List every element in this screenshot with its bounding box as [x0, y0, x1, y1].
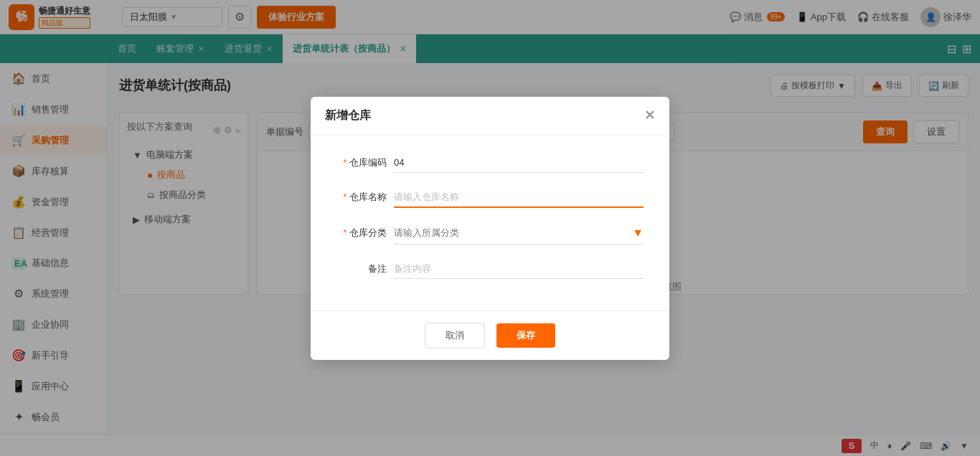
- name-label: 仓库名称: [336, 191, 394, 204]
- cancel-button[interactable]: 取消: [425, 323, 485, 348]
- modal-overlay: 新增仓库 ✕ 仓库编码 仓库名称 仓库分类 ▼: [0, 0, 980, 456]
- code-input[interactable]: [394, 153, 644, 173]
- remark-input[interactable]: [394, 259, 644, 279]
- code-label: 仓库编码: [336, 156, 394, 169]
- category-input[interactable]: [394, 227, 632, 238]
- dialog-header: 新增仓库 ✕: [311, 97, 669, 136]
- form-row-remark: 备注: [336, 259, 644, 279]
- dialog-close-button[interactable]: ✕: [644, 109, 655, 122]
- category-dropdown-icon: ▼: [632, 227, 644, 239]
- dialog-title: 新增仓库: [325, 108, 371, 123]
- dialog-footer: 取消 保存: [311, 310, 669, 360]
- form-row-code: 仓库编码: [336, 153, 644, 173]
- save-button[interactable]: 保存: [496, 323, 555, 348]
- remark-label: 备注: [336, 262, 394, 275]
- dialog-body: 仓库编码 仓库名称 仓库分类 ▼ 备注: [311, 136, 669, 310]
- form-row-name: 仓库名称: [336, 187, 644, 208]
- new-warehouse-dialog: 新增仓库 ✕ 仓库编码 仓库名称 仓库分类 ▼: [311, 97, 669, 360]
- name-input[interactable]: [394, 187, 644, 208]
- form-row-category: 仓库分类 ▼: [336, 222, 644, 244]
- category-label: 仓库分类: [336, 227, 394, 239]
- category-select-row[interactable]: ▼: [394, 222, 644, 244]
